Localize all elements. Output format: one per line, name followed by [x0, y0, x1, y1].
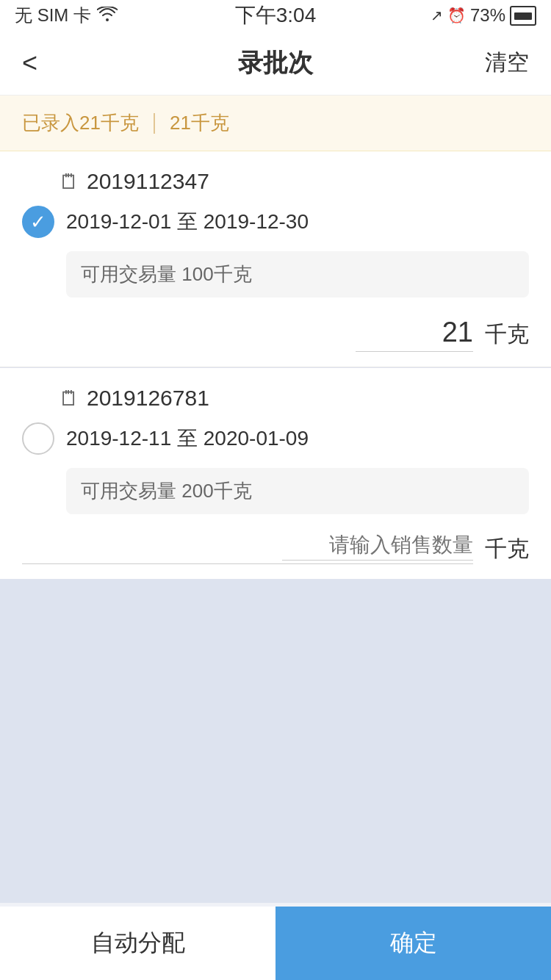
- batch2-input-row: 千克: [0, 522, 551, 580]
- confirm-button[interactable]: 确定: [276, 907, 551, 980]
- batch1-id: 2019112347: [87, 169, 209, 194]
- empty-area: [0, 580, 551, 903]
- batch2-header: 🗒 2019126781: [0, 368, 551, 417]
- batch1-input-wrapper: [22, 317, 473, 352]
- status-time: 下午3:04: [235, 1, 317, 29]
- status-left: 无 SIM 卡: [15, 4, 118, 27]
- batch1-header: 🗒 2019112347: [0, 151, 551, 200]
- info-banner: 已录入21千克 21千克: [0, 96, 551, 151]
- nav-bar: < 录批次 清空: [0, 31, 551, 96]
- batch1-row[interactable]: ✓ 2019-12-01 至 2019-12-30: [0, 200, 551, 244]
- batch2-icon: 🗒: [59, 386, 79, 411]
- batch2-input-wrapper: [22, 533, 473, 564]
- alarm-icon: ⏰: [447, 7, 466, 24]
- status-bar: 无 SIM 卡 下午3:04 ↗ ⏰ 73%: [0, 0, 551, 31]
- carrier-text: 无 SIM 卡: [15, 4, 91, 27]
- bottom-bar: 自动分配 确定: [0, 907, 551, 980]
- batch-card-1: 🗒 2019112347 ✓ 2019-12-01 至 2019-12-30 可…: [0, 151, 551, 367]
- batch-card-2: 🗒 2019126781 2019-12-11 至 2020-01-09 可用交…: [0, 368, 551, 580]
- status-right: ↗ ⏰ 73%: [431, 5, 536, 26]
- batch2-date: 2019-12-11 至 2020-01-09: [66, 425, 309, 453]
- content-area: 🗒 2019112347 ✓ 2019-12-01 至 2019-12-30 可…: [0, 151, 551, 976]
- batch2-row[interactable]: 2019-12-11 至 2020-01-09: [0, 417, 551, 461]
- batch2-quantity-input[interactable]: [282, 533, 473, 561]
- batch1-available: 可用交易量 100千克: [66, 251, 529, 298]
- page-title: 录批次: [238, 46, 313, 80]
- clear-button[interactable]: 清空: [485, 48, 529, 78]
- location-icon: ↗: [431, 7, 443, 24]
- batch2-available: 可用交易量 200千克: [66, 468, 529, 514]
- info-divider: [154, 113, 155, 134]
- batch2-id: 2019126781: [87, 386, 209, 411]
- auto-distribute-button[interactable]: 自动分配: [0, 907, 276, 980]
- batch1-quantity-input[interactable]: [356, 317, 473, 352]
- batch1-icon: 🗒: [59, 170, 79, 194]
- batch1-checkmark: ✓: [30, 211, 46, 234]
- batch2-unit: 千克: [485, 534, 529, 564]
- recorded-amount-value: 21千克: [170, 110, 229, 136]
- batch2-radio[interactable]: [22, 422, 54, 455]
- batch1-date: 2019-12-01 至 2019-12-30: [66, 208, 309, 236]
- wifi-icon: [97, 5, 118, 26]
- batch1-quantity-row: 千克: [0, 305, 551, 367]
- back-button[interactable]: <: [22, 48, 66, 79]
- batch1-unit: 千克: [485, 320, 529, 350]
- batch1-radio[interactable]: ✓: [22, 206, 54, 238]
- battery-text: 73%: [470, 5, 505, 26]
- battery-icon: [510, 6, 536, 26]
- recorded-amount-label: 已录入21千克: [22, 110, 139, 136]
